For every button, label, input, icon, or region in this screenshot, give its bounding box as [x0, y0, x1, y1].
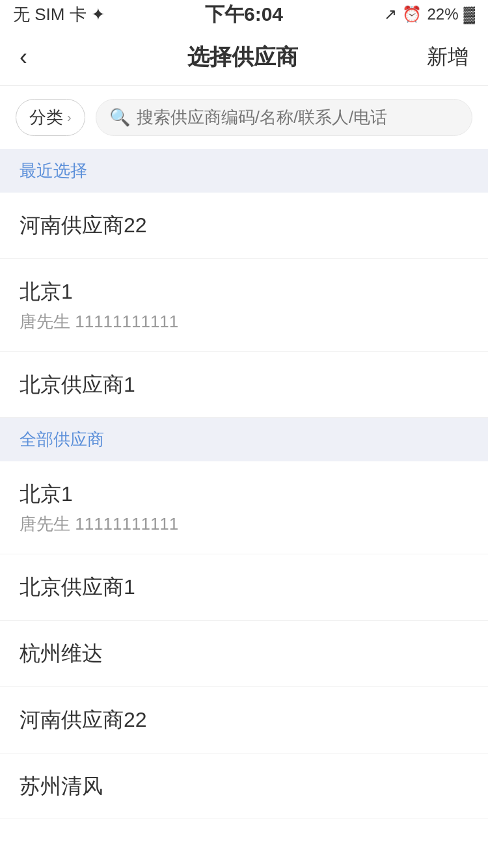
battery-status: 22% — [427, 5, 458, 23]
all-section-label: 全部供应商 — [20, 429, 104, 449]
list-item[interactable]: 苏州清风 — [0, 753, 488, 820]
category-label: 分类 — [29, 106, 63, 129]
item-name: 河南供应商22 — [20, 211, 468, 240]
list-item[interactable]: 北京供应商1 — [0, 554, 488, 621]
all-items-list: 北京1唐先生 11111111111北京供应商1杭州维达河南供应商22苏州清风 — [0, 461, 488, 819]
page-title: 选择供应商 — [187, 42, 298, 72]
status-right: ↗ ⏰ 22% ▓ — [384, 5, 475, 23]
filter-bar: 分类 › 🔍 — [0, 86, 488, 149]
recent-section-label: 最近选择 — [20, 161, 87, 180]
list-item[interactable]: 河南供应商22 — [0, 193, 488, 259]
nav-bar: ‹ 选择供应商 新增 — [0, 29, 488, 86]
list-item[interactable]: 杭州维达 — [0, 621, 488, 687]
item-name: 杭州维达 — [20, 639, 468, 668]
search-input[interactable] — [137, 107, 459, 128]
search-icon: 🔍 — [109, 107, 130, 128]
recent-section-header: 最近选择 — [0, 149, 488, 193]
add-button[interactable]: 新增 — [427, 43, 468, 72]
list-item[interactable]: 北京1唐先生 11111111111 — [0, 461, 488, 554]
item-name: 北京供应商1 — [20, 370, 468, 400]
status-time: 下午6:04 — [205, 1, 283, 28]
location-icon: ↗ — [384, 5, 397, 23]
search-bar: 🔍 — [96, 99, 472, 136]
sim-status: 无 SIM 卡 ✦ — [13, 3, 105, 26]
item-name: 河南供应商22 — [20, 705, 468, 735]
battery-icon: ▓ — [464, 5, 476, 23]
back-button[interactable]: ‹ — [20, 44, 59, 71]
alarm-icon: ⏰ — [402, 5, 422, 23]
item-sub: 唐先生 11111111111 — [20, 310, 468, 333]
item-sub: 唐先生 11111111111 — [20, 513, 468, 536]
all-section-header: 全部供应商 — [0, 418, 488, 461]
chevron-right-icon: › — [67, 110, 72, 125]
list-item[interactable]: 北京供应商1 — [0, 352, 488, 418]
recent-items-list: 河南供应商22北京1唐先生 11111111111北京供应商1 — [0, 193, 488, 418]
status-left: 无 SIM 卡 ✦ — [13, 3, 105, 26]
list-item[interactable]: 北京1唐先生 11111111111 — [0, 259, 488, 352]
item-name: 苏州清风 — [20, 772, 468, 801]
status-bar: 无 SIM 卡 ✦ 下午6:04 ↗ ⏰ 22% ▓ — [0, 0, 488, 29]
list-item[interactable]: 河南供应商22 — [0, 687, 488, 753]
item-name: 北京供应商1 — [20, 573, 468, 602]
item-name: 北京1 — [20, 277, 468, 306]
category-filter[interactable]: 分类 › — [16, 99, 85, 136]
item-name: 北京1 — [20, 480, 468, 509]
